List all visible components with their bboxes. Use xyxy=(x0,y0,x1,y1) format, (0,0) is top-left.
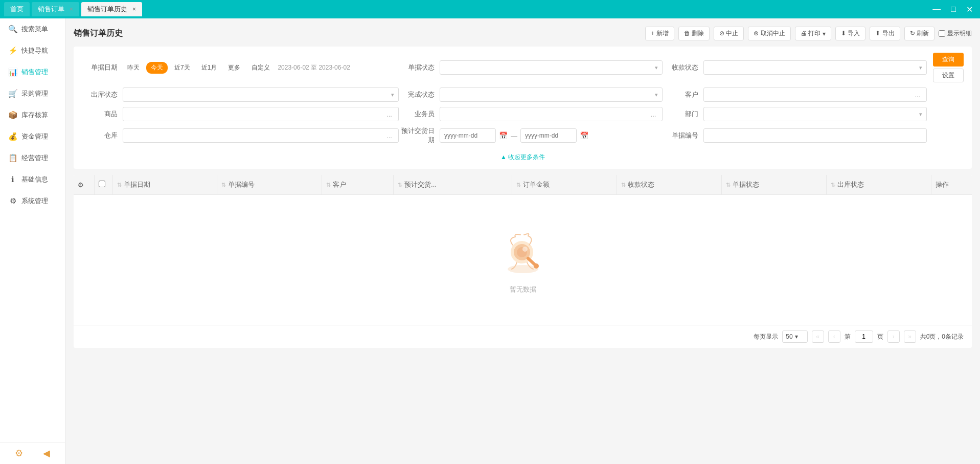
sort-customer-icon[interactable]: ⇅ xyxy=(326,182,331,188)
window-max-btn[interactable]: □ xyxy=(948,4,959,15)
refresh-btn[interactable]: ↻ 刷新 xyxy=(904,27,935,40)
salesperson-input-wrap: ... xyxy=(440,107,663,121)
delivery-status-select[interactable]: ▾ xyxy=(123,87,399,102)
filter-collapse-btn[interactable]: ▲ 收起更多条件 xyxy=(82,150,964,163)
finance-icon: 💰 xyxy=(8,132,17,141)
table-header-row: ⚙ ⇅ 单据日期 ⇅ xyxy=(74,175,972,195)
sidebar-item-sales-mgmt[interactable]: 📊 销售管理 xyxy=(0,61,65,83)
window-close-btn[interactable]: — xyxy=(929,4,944,15)
table-body: 暂无数据 xyxy=(74,195,972,325)
new-btn[interactable]: + 新增 xyxy=(645,27,674,40)
page-title: 销售订单历史 xyxy=(74,28,123,39)
delivery-date-from-icon[interactable]: 📅 xyxy=(499,131,508,140)
date-shortcuts-wrap: 昨天 今天 近7天 近1月 更多 自定义 2023-06-02 至 2023-0… xyxy=(123,62,399,74)
order-status-select[interactable]: ▾ xyxy=(440,60,663,75)
select-all-checkbox[interactable] xyxy=(99,181,105,187)
sidebar-item-inventory[interactable]: 📦 库存核算 xyxy=(0,104,65,126)
basic-info-icon: ℹ xyxy=(8,175,17,184)
complete-status-label: 完成状态 xyxy=(399,90,440,99)
table-settings-icon[interactable]: ⚙ xyxy=(78,181,84,189)
sort-amount-icon[interactable]: ⇅ xyxy=(516,182,521,188)
warehouse-input-wrap: ... xyxy=(123,128,399,143)
sidebar-item-basic-info[interactable]: ℹ 基础信息 xyxy=(0,169,65,190)
date-btn-1month[interactable]: 近1月 xyxy=(197,62,222,74)
export-btn[interactable]: ⬆ 导出 xyxy=(870,27,900,40)
customer-ellipsis-btn[interactable]: ... xyxy=(913,91,922,99)
filter-payment-status-col: 收款状态 ▾ xyxy=(663,60,927,75)
sidebar-item-operations[interactable]: 📋 经营管理 xyxy=(0,147,65,169)
date-btn-custom[interactable]: 自定义 xyxy=(247,62,275,74)
settings-btn[interactable]: 设置 xyxy=(933,69,964,82)
salesperson-ellipsis-btn[interactable]: ... xyxy=(649,111,658,118)
date-btn-yesterday[interactable]: 昨天 xyxy=(123,62,144,74)
warehouse-ellipsis-btn[interactable]: ... xyxy=(384,132,394,140)
th-order-no-label: 单据编号 xyxy=(228,180,255,189)
th-delivery-status-label: 出库状态 xyxy=(837,180,864,189)
tab-home[interactable]: 首页 xyxy=(4,2,30,16)
sidebar-settings-icon[interactable]: ⚙ xyxy=(15,448,23,459)
sort-date-icon[interactable]: ⇅ xyxy=(117,182,122,188)
dept-select[interactable]: ▾ xyxy=(703,107,927,121)
order-status-caret: ▾ xyxy=(655,64,658,71)
cancel-btn[interactable]: ⊗ 取消中止 xyxy=(748,27,790,40)
sort-order-no-icon[interactable]: ⇅ xyxy=(221,182,226,188)
delivery-date-from[interactable] xyxy=(440,128,496,143)
sort-order-status-icon[interactable]: ⇅ xyxy=(726,182,731,188)
print-label: 🖨 打印 xyxy=(801,29,821,38)
th-settings[interactable]: ⚙ xyxy=(74,175,94,195)
sort-delivery-status-icon[interactable]: ⇅ xyxy=(831,182,835,188)
th-delivery-date-label: 预计交货... xyxy=(404,180,437,189)
date-shortcuts: 昨天 今天 近7天 近1月 更多 自定义 xyxy=(123,62,275,74)
sidebar-item-search-menu[interactable]: 🔍 搜索菜单 xyxy=(0,18,65,40)
sidebar-item-search-menu-label: 搜索菜单 xyxy=(21,25,48,34)
goods-ellipsis-btn[interactable]: ... xyxy=(384,111,394,118)
sort-payment-status-icon[interactable]: ⇅ xyxy=(621,182,626,188)
sidebar-item-purchase-mgmt[interactable]: 🛒 采购管理 xyxy=(0,83,65,104)
filter-warehouse-col: 仓库 ... xyxy=(82,128,399,143)
delete-btn[interactable]: 🗑 删除 xyxy=(678,27,710,40)
import-btn[interactable]: ⬇ 导入 xyxy=(835,27,865,40)
last-page-btn[interactable]: » xyxy=(904,330,916,343)
data-table: ⚙ ⇅ 单据日期 ⇅ xyxy=(74,175,972,325)
sidebar-item-quick-nav[interactable]: ⚡ 快捷导航 xyxy=(0,40,65,61)
payment-status-select[interactable]: ▾ xyxy=(703,60,927,75)
filter-order-no-col: 单据编号 xyxy=(663,128,927,143)
first-page-btn[interactable]: « xyxy=(812,330,824,343)
th-checkbox[interactable] xyxy=(94,175,112,195)
print-btn[interactable]: 🖨 打印 ▾ xyxy=(795,27,831,40)
current-page-input[interactable] xyxy=(855,330,873,343)
date-btn-7days[interactable]: 近7天 xyxy=(170,62,195,74)
dept-caret: ▾ xyxy=(919,111,922,118)
page-size-select[interactable]: 50 ▾ xyxy=(782,330,807,343)
tab-home-label: 首页 xyxy=(10,5,24,14)
display-detail-input[interactable] xyxy=(939,30,945,37)
display-detail-label: 显示明细 xyxy=(947,29,972,38)
customer-label: 客户 xyxy=(663,90,703,99)
order-no-input[interactable] xyxy=(703,128,927,143)
stop-btn[interactable]: ⊘ 中止 xyxy=(714,27,744,40)
delivery-date-to-icon[interactable]: 📅 xyxy=(580,131,588,140)
query-btn[interactable]: 查询 xyxy=(933,53,964,67)
th-order-no: ⇅ 单据编号 xyxy=(217,175,322,195)
complete-status-select[interactable]: ▾ xyxy=(440,87,663,102)
sort-delivery-date-icon[interactable]: ⇅ xyxy=(398,182,402,188)
sidebar-item-finance[interactable]: 💰 资金管理 xyxy=(0,126,65,147)
page-label-pre: 第 xyxy=(845,333,851,341)
filter-goods-col: 商品 ... xyxy=(82,107,399,121)
sidebar-item-system-mgmt[interactable]: ⚙ 系统管理 xyxy=(0,190,65,212)
date-btn-today[interactable]: 今天 xyxy=(146,62,168,74)
th-actions-label: 操作 xyxy=(936,181,949,188)
svg-point-4 xyxy=(522,247,528,252)
window-minimize-btn[interactable]: ✕ xyxy=(963,4,976,15)
prev-page-btn[interactable]: ‹ xyxy=(828,330,840,343)
tab-sales-order-history-close[interactable]: × xyxy=(132,6,136,13)
display-detail-cb[interactable]: 显示明细 xyxy=(939,29,972,38)
tab-sales-order[interactable]: 销售订单 × xyxy=(32,2,79,16)
next-page-btn[interactable]: › xyxy=(887,330,900,343)
date-btn-more[interactable]: 更多 xyxy=(223,62,245,74)
sidebar-collapse-icon[interactable]: ◀ xyxy=(43,448,50,459)
th-delivery-status: ⇅ 出库状态 xyxy=(826,175,931,195)
delivery-date-to[interactable] xyxy=(520,128,577,143)
tab-sales-order-close[interactable]: × xyxy=(70,6,73,13)
tab-sales-order-history[interactable]: 销售订单历史 × xyxy=(81,2,142,16)
